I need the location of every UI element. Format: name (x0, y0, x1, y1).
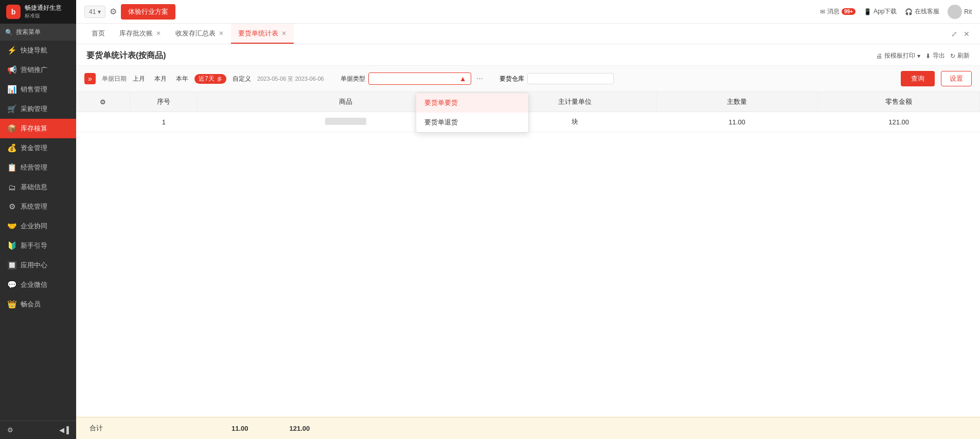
service-icon: 🎧 (905, 8, 913, 15)
settings-icon[interactable]: ⚙ (7, 426, 13, 434)
refresh-button[interactable]: ↻ 刷新 (950, 51, 970, 60)
company-selector[interactable]: 41 ▾ (84, 6, 105, 18)
date-this-year[interactable]: 本年 (173, 74, 191, 84)
sidebar-item-quick-nav[interactable]: ⚡ 快捷导航 (0, 41, 76, 60)
row-seq: 1 (130, 112, 198, 132)
tab-order-stats-close[interactable]: ✕ (281, 30, 287, 37)
tab-inventory-batch-label: 库存批次账 (119, 29, 153, 38)
expand-icon: » (88, 75, 92, 83)
search-icon: 🔍 (5, 29, 13, 36)
expand-filter-button[interactable]: » (84, 73, 96, 84)
date-custom[interactable]: 自定义 (229, 74, 254, 84)
sidebar-item-label: 销售管理 (21, 85, 47, 94)
row-settings-cell (76, 112, 130, 132)
sidebar-item-label: 基础信息 (21, 182, 47, 192)
sidebar-item-label: 新手引导 (21, 241, 47, 250)
warehouse-input[interactable] (527, 73, 614, 84)
marketing-icon: 📢 (7, 65, 16, 75)
tab-receivable-close[interactable]: ✕ (219, 30, 224, 37)
user-name: Rit (964, 8, 972, 15)
user-avatar[interactable]: Rit (948, 5, 972, 19)
sidebar-item-label: 畅会员 (21, 300, 41, 309)
company-name: 41 (89, 8, 96, 15)
system-icon: ⚙ (7, 202, 16, 211)
sidebar-item-purchase[interactable]: 🛒 采购管理 (0, 99, 76, 119)
message-badge[interactable]: ✉ 消息 99+ (820, 7, 856, 16)
sidebar-item-enterprise[interactable]: 🤝 企业协同 (0, 216, 76, 236)
type-input[interactable] (373, 75, 459, 82)
date-label: 单据日期 (102, 75, 127, 83)
tab-receivable[interactable]: 收发存汇总表 ✕ (168, 24, 231, 44)
tab-home[interactable]: 首页 (84, 24, 112, 44)
operations-icon: 📋 (7, 163, 16, 172)
sidebar-item-apps[interactable]: 🔲 应用中心 (0, 255, 76, 275)
dropdown-up-icon[interactable]: ▲ (459, 75, 467, 83)
online-service-link[interactable]: 🎧 在线客服 (905, 7, 939, 16)
chevron-down-icon: ▾ (98, 8, 101, 15)
top-header: 41 ▾ ⚙ 体验行业方案 ✉ 消息 99+ 📱 App下载 🎧 在线客服 R (76, 0, 980, 24)
sidebar-item-guide[interactable]: 🔰 新手引导 (0, 236, 76, 255)
sidebar-item-label: 营销推广 (21, 65, 47, 75)
app-logo: b 畅捷通好生意 标准版 (0, 0, 76, 24)
tab-receivable-label: 收发存汇总表 (175, 29, 216, 38)
tab-close-all-button[interactable]: ✕ (961, 28, 972, 40)
sidebar-item-sales[interactable]: 📊 销售管理 (0, 80, 76, 99)
search-menu[interactable]: 🔍 搜索菜单 (0, 24, 76, 41)
member-icon: 👑 (7, 300, 16, 309)
apps-icon: 🔲 (7, 261, 16, 270)
col-qty: 主数量 (656, 92, 818, 112)
sidebar-item-system[interactable]: ⚙ 系统管理 (0, 197, 76, 216)
quick-nav-icon: ⚡ (7, 46, 16, 55)
guide-icon: 🔰 (7, 241, 16, 250)
sidebar-item-label: 企业微信 (21, 280, 47, 289)
app-download-link[interactable]: 📱 App下载 (864, 7, 897, 16)
type-input-wrap[interactable]: ▲ (368, 72, 471, 85)
print-template-button[interactable]: 🖨 按模板打印 ▾ (876, 51, 920, 60)
header-gear-button[interactable]: ⚙ (110, 7, 117, 16)
app-download-label: App下载 (874, 7, 897, 16)
page-title-bar: 要货单统计表(按商品) 🖨 按模板打印 ▾ ⬇ 导出 ↻ 刷新 (76, 44, 980, 66)
sales-icon: 📊 (7, 85, 16, 94)
row-amount: 121.00 (818, 112, 980, 132)
sidebar-item-finance[interactable]: 💰 资金管理 (0, 138, 76, 158)
sidebar-item-wechat[interactable]: 💬 企业微信 (0, 275, 76, 295)
query-button[interactable]: 查询 (901, 71, 935, 86)
trial-button[interactable]: 体验行业方案 (121, 4, 175, 20)
dropdown-item-order-return[interactable]: 要货单退货 (416, 113, 528, 132)
collapse-icon[interactable]: ◀▐ (59, 426, 69, 434)
tab-inventory-batch[interactable]: 库存批次账 ✕ (112, 24, 168, 44)
total-amount: 121.00 (290, 425, 310, 432)
sidebar-item-basic[interactable]: 🗂 基础信息 (0, 177, 76, 197)
app-subtitle: 标准版 (25, 12, 62, 20)
date-last-month[interactable]: 上月 (130, 74, 148, 84)
filter-more-button[interactable]: ··· (476, 74, 483, 83)
tab-maximize-button[interactable]: ⤢ (949, 28, 959, 40)
col-settings[interactable]: ⚙ (76, 92, 130, 112)
page-title: 要货单统计表(按商品) (86, 50, 166, 61)
sidebar-item-operations[interactable]: 📋 经营管理 (0, 158, 76, 177)
message-label: 消息 (827, 7, 840, 16)
date-7days[interactable]: 近7天 多 (194, 74, 226, 84)
sidebar-item-inventory[interactable]: 📦 库存核算 (0, 119, 76, 138)
enterprise-icon: 🤝 (7, 222, 16, 231)
product-placeholder (325, 118, 366, 125)
tab-order-stats[interactable]: 要货单统计表 ✕ (231, 24, 294, 44)
table-area: ⚙ 序号 商品 主计量单位 主数量 (76, 92, 980, 417)
print-icon: 🖨 (876, 52, 882, 60)
date-this-month[interactable]: 本月 (151, 74, 170, 84)
sidebar-item-label: 快捷导航 (21, 46, 47, 55)
export-button[interactable]: ⬇ 导出 (925, 51, 945, 60)
app-title: 畅捷通好生意 (25, 4, 62, 12)
dropdown-item-order-request[interactable]: 要货单要货 (416, 93, 528, 113)
sidebar-item-label: 应用中心 (21, 261, 47, 270)
phone-icon: 📱 (864, 8, 871, 15)
sidebar-item-member[interactable]: 👑 畅会员 (0, 295, 76, 314)
date-filter-group: 单据日期 上月 本月 本年 近7天 多 自定义 2023-05-06 至 202… (102, 74, 324, 84)
settings-button[interactable]: 设置 (941, 71, 972, 86)
type-dropdown-menu: 要货单要货 要货单退货 (416, 93, 529, 133)
row-qty: 11.00 (656, 112, 818, 132)
sidebar: b 畅捷通好生意 标准版 🔍 搜索菜单 ⚡ 快捷导航 📢 营销推广 📊 销售管理… (0, 0, 76, 439)
sidebar-item-marketing[interactable]: 📢 营销推广 (0, 60, 76, 80)
tab-inventory-batch-close[interactable]: ✕ (156, 30, 161, 37)
total-label: 合计 (90, 424, 103, 433)
